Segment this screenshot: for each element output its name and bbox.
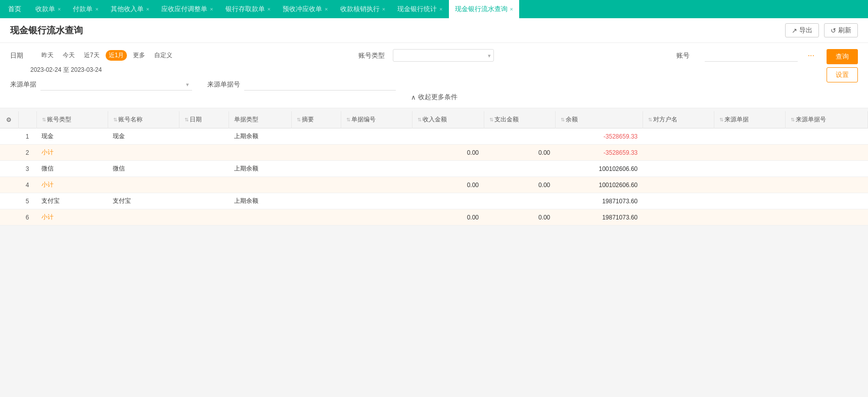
account-name-column-header[interactable]: ⇅账号名称 (108, 111, 179, 128)
nav-tab-advance[interactable]: 预收冲应收单 × (277, 0, 334, 18)
source-doc-no-cell (786, 145, 868, 161)
close-icon[interactable]: × (95, 6, 98, 12)
table-header-row: ⚙ ⇅账号类型 ⇅账号名称 ⇅日期 单据类型 ⇅摘要 ⇅单据编号 ⇅收入金额 ⇅… (0, 111, 868, 128)
refresh-button[interactable]: ↺ 刷新 (824, 23, 858, 37)
top-nav: 首页 收款单 × 付款单 × 其他收入单 × 应收应付调整单 × 银行存取款单 … (0, 0, 868, 18)
source-doc-cell (714, 193, 786, 209)
account-label: 账号 (676, 51, 697, 60)
nav-tab-bank-stats[interactable]: 现金银行统计 × (391, 0, 448, 18)
collapse-button[interactable]: ∧ 收起更多条件 (411, 93, 458, 102)
account-type-select-wrapper (393, 49, 494, 62)
account-type-cell: 小计 (36, 177, 108, 193)
sort-icon: ⇅ (648, 117, 652, 122)
close-icon[interactable]: × (439, 6, 442, 12)
nav-tab-receipt[interactable]: 收款单 × (29, 0, 67, 18)
close-icon[interactable]: × (510, 6, 513, 12)
filter-area: 日期 昨天 今天 近7天 近1月 更多 自定义 账号类型 账号 (0, 43, 868, 108)
nav-home[interactable]: 首页 (0, 0, 29, 18)
query-button[interactable]: 查询 (827, 49, 858, 64)
source-doc-no-column-header[interactable]: ⇅来源单据号 (786, 111, 868, 128)
balance-cell: 100102606.60 (555, 161, 643, 177)
date-column-header[interactable]: ⇅日期 (179, 111, 229, 128)
account-type-column-header[interactable]: ⇅账号类型 (36, 111, 108, 128)
account-type-select[interactable] (393, 49, 494, 62)
doc-type-cell: 上期余额 (229, 193, 291, 209)
doc-type-cell (229, 209, 291, 226)
nav-tab-payment[interactable]: 付款单 × (67, 0, 104, 18)
table-row: 1现金现金上期余额-3528659.33 (0, 128, 868, 145)
table-body: 1现金现金上期余额-3528659.332小计0.000.00-3528659.… (0, 128, 868, 226)
close-icon[interactable]: × (210, 6, 213, 12)
doc-no-cell (341, 209, 413, 226)
chevron-up-icon: ∧ (411, 94, 416, 101)
gear-cell (0, 209, 18, 226)
page-header: 现金银行流水查询 ↗ 导出 ↺ 刷新 (0, 18, 868, 43)
table-container: ⚙ ⇅账号类型 ⇅账号名称 ⇅日期 单据类型 ⇅摘要 ⇅单据编号 ⇅收入金额 ⇅… (0, 111, 868, 226)
nav-tab-adjustment[interactable]: 应收应付调整单 × (155, 0, 219, 18)
account-ellipsis-btn[interactable]: ··· (806, 51, 816, 60)
nav-tab-bank-deposit[interactable]: 银行存取款单 × (219, 0, 277, 18)
last1month-btn[interactable]: 近1月 (106, 50, 127, 61)
balance-cell: 100102606.60 (555, 177, 643, 193)
last7days-btn[interactable]: 近7天 (81, 50, 103, 61)
expense-cell (484, 161, 555, 177)
collapse-row: ∧ 收起更多条件 (10, 93, 858, 102)
account-name-cell: 现金 (108, 128, 179, 145)
counterpart-cell (643, 145, 714, 161)
row-number: 1 (18, 128, 36, 145)
doc-type-cell: 上期余额 (229, 161, 291, 177)
expense-cell: 0.00 (484, 145, 555, 161)
source-doc-cell (714, 128, 786, 145)
account-name-cell (108, 145, 179, 161)
close-icon[interactable]: × (325, 6, 328, 12)
filter-right-actions: 查询 设置 (827, 49, 858, 82)
summary-cell (291, 209, 341, 226)
summary-cell (291, 177, 341, 193)
account-name-cell: 微信 (108, 161, 179, 177)
export-button[interactable]: ↗ 导出 (785, 23, 819, 37)
row-number: 5 (18, 193, 36, 209)
income-column-header[interactable]: ⇅收入金额 (413, 111, 484, 128)
account-input[interactable] (705, 50, 798, 62)
doc-type-cell: 上期余额 (229, 128, 291, 145)
expense-cell: 0.00 (484, 177, 555, 193)
expense-cell (484, 128, 555, 145)
source-doc-column-header[interactable]: ⇅来源单据 (714, 111, 786, 128)
settings-button[interactable]: 设置 (827, 67, 858, 82)
nav-tab-other-income[interactable]: 其他收入单 × (105, 0, 155, 18)
close-icon[interactable]: × (267, 6, 270, 12)
counterpart-column-header[interactable]: ⇅对方户名 (643, 111, 714, 128)
no-column-header (18, 111, 36, 128)
custom-btn[interactable]: 自定义 (151, 50, 175, 61)
source-doc-select-wrapper (40, 78, 192, 91)
today-btn[interactable]: 今天 (60, 50, 78, 61)
doc-type-column-header: 单据类型 (229, 111, 291, 128)
sort-icon: ⇅ (418, 117, 422, 122)
sort-icon: ⇅ (791, 117, 795, 122)
close-icon[interactable]: × (382, 6, 385, 12)
close-icon[interactable]: × (146, 6, 149, 12)
close-icon[interactable]: × (58, 6, 61, 12)
date-cell (179, 145, 229, 161)
date-cell (179, 209, 229, 226)
sort-icon: ⇅ (113, 117, 117, 122)
date-cell (179, 161, 229, 177)
balance-cell: -3528659.33 (555, 145, 643, 161)
source-doc-select[interactable] (40, 78, 192, 91)
source-doc-no-input[interactable] (244, 78, 396, 91)
gear-column-header[interactable]: ⚙ (0, 111, 18, 128)
date-filter-label: 日期 (10, 51, 30, 60)
expense-column-header[interactable]: ⇅支出金额 (484, 111, 555, 128)
income-cell (413, 193, 484, 209)
income-cell (413, 161, 484, 177)
yesterday-btn[interactable]: 昨天 (38, 50, 57, 61)
more-btn[interactable]: 更多 (130, 50, 148, 61)
balance-column-header[interactable]: ⇅余额 (555, 111, 643, 128)
doc-no-cell (341, 193, 413, 209)
gear-cell (0, 145, 18, 161)
nav-tab-bank-flow[interactable]: 现金银行流水查询 × (449, 0, 519, 18)
doc-no-column-header[interactable]: ⇅单据编号 (341, 111, 413, 128)
nav-tab-verification[interactable]: 收款核销执行 × (334, 0, 391, 18)
summary-cell (291, 145, 341, 161)
summary-column-header[interactable]: ⇅摘要 (291, 111, 341, 128)
